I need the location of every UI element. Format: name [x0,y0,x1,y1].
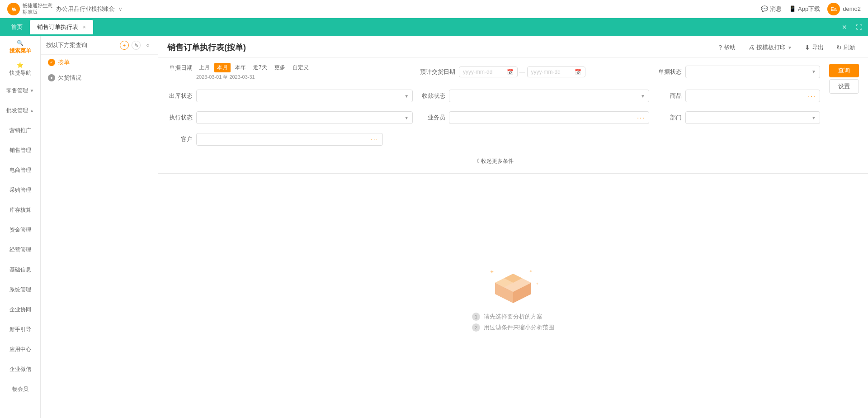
avatar: Ea [827,3,840,15]
main-layout: 🔍 搜索菜单 ⭐ 快捷导航 零售管理 ▼ 批发管理 ▲ 营销推广 销售管理 电商… [0,36,868,418]
date-tab-current-year[interactable]: 本年 [232,63,249,72]
exec-status-arrow-icon: ▼ [404,115,409,120]
expected-date-start[interactable]: yyyy-mm-dd 📅 [459,66,518,77]
dept-select[interactable]: ▼ [685,111,820,124]
collection-status-label: 收款状态 [420,92,445,100]
salesperson-dots-icon[interactable]: ··· [637,114,645,121]
sidebar-item-quick-nav[interactable]: ⭐ 快捷导航 [0,58,40,81]
order-status-arrow-icon: ▼ [811,69,816,74]
sidebar-item-collaboration[interactable]: 企业协同 [0,299,40,319]
empty-illustration: ✦ ✦ ✦ [486,260,540,305]
filter-group-expected-date: 预计交货日期 yyyy-mm-dd 📅 — yyyy-mm-dd [420,66,649,77]
main-content: 销售订单执行表(按单) ? 帮助 🖨 按模板打印 ▼ ⬇ 导出 [158,36,868,418]
user-profile[interactable]: Ea demo2 [827,3,861,15]
step-2-num: 2 [472,323,480,332]
date-tab-more[interactable]: 更多 [272,63,288,72]
filter-item-shortage[interactable]: ● 欠货情况 [41,70,158,86]
expected-date-range: yyyy-mm-dd 📅 — yyyy-mm-dd 📅 [459,66,585,77]
sidebar-item-basicinfo[interactable]: 基础信息 [0,260,40,280]
date-tab-last-month[interactable]: 上月 [196,63,212,72]
tab-close-window-icon[interactable]: ✕ [839,22,850,33]
tab-active[interactable]: 销售订单执行表 × [30,20,93,34]
product-dots-icon[interactable]: ··· [808,92,816,100]
order-status-label: 单据状态 [656,68,682,76]
sidebar-item-marketing[interactable]: 营销推广 [0,120,40,140]
breadcrumb: 办公用品行业模拟账套 [56,5,115,13]
sidebar-item-purchase[interactable]: 采购管理 [0,180,40,200]
settings-button[interactable]: 设置 [829,79,859,94]
filter-group-customer: 客户 ··· [167,133,383,146]
filter-item-icon-shortage: ● [48,74,55,81]
filter-group-product: 商品 ··· [656,90,820,102]
sidebar-item-wechat[interactable]: 企业微信 [0,359,40,379]
sidebar-item-ecommerce[interactable]: 电商管理 [0,160,40,180]
filter-panel-title: 按以下方案查询 [46,41,87,49]
calendar-end-icon: 📅 [575,69,581,75]
sidebar: 🔍 搜索菜单 ⭐ 快捷导航 零售管理 ▼ 批发管理 ▲ 营销推广 销售管理 电商… [0,36,41,418]
sidebar-item-wholesale[interactable]: 批发管理 ▲ [0,100,40,120]
tab-home[interactable]: 首页 [4,20,30,34]
page-title: 销售订单执行表(按单) [167,42,246,53]
filter-panel-header: 按以下方案查询 + ✎ « [41,36,158,55]
empty-state: ✦ ✦ ✦ 1 请先选择要分析的方案 2 用过滤条件来缩小分析范围 [158,174,868,418]
sidebar-item-retail[interactable]: 零售管理 ▼ [0,81,40,100]
collection-status-select[interactable]: ▼ [449,90,649,102]
filter-item-by-order[interactable]: ✓ 按单 [41,55,158,70]
logo-text: 畅捷通好生意 标准版 [23,3,52,14]
sidebar-item-finance[interactable]: 资金管理 [0,220,40,240]
sidebar-item-sales[interactable]: 销售管理 [0,140,40,160]
date-tab-current-month[interactable]: 本月 [214,63,231,72]
filter-add-button[interactable]: + [120,41,129,50]
filter-group-exec-status: 执行状态 ▼ [167,111,413,124]
refresh-button[interactable]: ↻ 刷新 [833,42,859,53]
filter-group-date: 单据日期 上月 本月 本年 近7天 更多 自定义 [167,63,413,81]
collection-arrow-icon: ▼ [641,94,645,99]
out-status-select[interactable]: ▼ [196,90,413,102]
sidebar-item-inventory[interactable]: 库存核算 [0,200,40,220]
out-status-label: 出库状态 [167,92,193,100]
salesperson-select[interactable]: ··· [449,111,649,124]
filter-edit-button[interactable]: ✎ [132,41,141,50]
template-print-button[interactable]: 🖨 按模板打印 ▼ [745,42,796,53]
tab-maximize-icon[interactable]: ⛶ [854,22,864,33]
print-icon: 🖨 [748,44,755,51]
collapse-more-button[interactable]: 《 收起更多条件 [167,155,820,168]
wholesale-expand-icon: ▲ [30,108,34,113]
product-select[interactable]: ··· [685,90,820,102]
sidebar-item-search[interactable]: 🔍 搜索菜单 [0,36,40,58]
message-button[interactable]: 💬 消息 [761,5,782,13]
sidebar-item-member[interactable]: 畅会员 [0,379,40,399]
filter-group-salesperson: 业务员 ··· [420,111,649,124]
filter-group-dept: 部门 ▼ [656,111,820,124]
customer-select[interactable]: ··· [196,133,383,146]
filter-collapse-button[interactable]: « [143,41,152,50]
exec-status-select[interactable]: ▼ [196,111,413,124]
sidebar-item-system[interactable]: 系统管理 [0,280,40,299]
sidebar-item-operations[interactable]: 经营管理 [0,240,40,260]
export-button[interactable]: ⬇ 导出 [801,42,827,53]
collapse-icon: 《 [474,157,479,165]
date-tab-custom[interactable]: 自定义 [290,63,311,72]
date-tabs: 上月 本月 本年 近7天 更多 自定义 [196,63,311,72]
page-header: 销售订单执行表(按单) ? 帮助 🖨 按模板打印 ▼ ⬇ 导出 [158,36,868,57]
filter-row-2: 出库状态 ▼ 收款状态 ▼ [167,90,820,102]
sidebar-item-newuser[interactable]: 新手引导 [0,319,40,339]
logo-icon: 畅 [7,3,20,15]
expected-date-end[interactable]: yyyy-mm-dd 📅 [527,66,586,77]
breadcrumb-arrow-icon[interactable]: ∨ [118,6,123,12]
svg-text:畅: 畅 [12,7,16,12]
customer-label: 客户 [167,135,193,143]
date-tab-7days[interactable]: 近7天 [250,63,270,72]
app-download-button[interactable]: 📱 App下载 [789,5,820,13]
exec-status-label: 执行状态 [167,114,193,122]
query-button[interactable]: 查询 [829,64,859,77]
content-area: 按以下方案查询 + ✎ « ✓ 按单 ● 欠货情况 销售订单执行表(按单) [41,36,868,418]
sidebar-item-appcenter[interactable]: 应用中心 [0,339,40,359]
customer-dots-icon[interactable]: ··· [371,136,379,143]
help-icon: ? [718,44,722,51]
filter-panel-actions: + ✎ « [120,41,152,50]
action-buttons: 查询 设置 [829,63,859,94]
order-status-select[interactable]: ▼ [685,66,820,78]
tab-close-icon[interactable]: × [83,24,86,30]
help-button[interactable]: ? 帮助 [715,42,739,53]
